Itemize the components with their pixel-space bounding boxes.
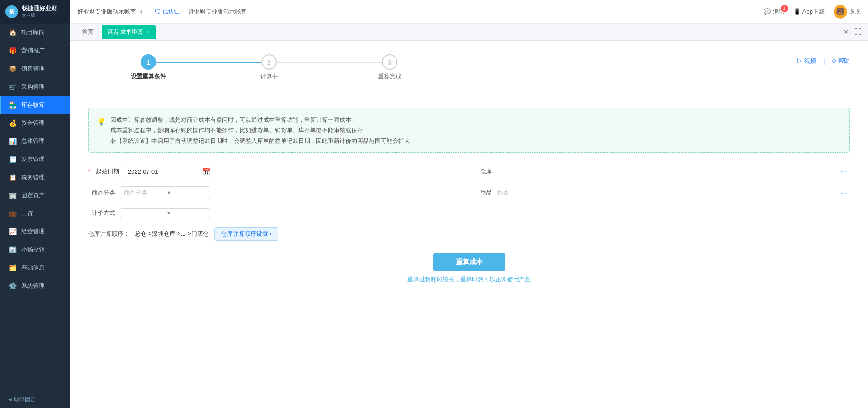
avatar: 🐻: [834, 5, 847, 19]
step-2-line: [269, 62, 390, 63]
action-section: 重算成本 重算过程耗时较长，重算时您可以正常使用产品: [88, 253, 850, 284]
sidebar-unpin-button[interactable]: ◄ 取消固定: [0, 391, 70, 408]
tab-home[interactable]: 首页: [75, 25, 100, 39]
warehouse-select-btn[interactable]: ···: [838, 166, 850, 177]
basic-icon: 🗂️: [9, 264, 17, 271]
invoice-icon: 🧾: [9, 156, 17, 163]
start-date-input[interactable]: [128, 168, 200, 175]
expand-icon[interactable]: ⛶: [854, 27, 863, 37]
sidebar-item-operation[interactable]: 📈 经营管理: [0, 223, 70, 241]
steps-help: ▷ 视频 | ⊙ 帮助: [797, 54, 850, 65]
topbar-right: 💬 消息 1 📱 App下载 🐻 珠珠: [764, 5, 861, 19]
pricing-select[interactable]: ▼: [120, 208, 210, 218]
start-date-group: * 起始日期 📅: [88, 166, 465, 177]
sidebar-item-salary[interactable]: 💼 工资: [0, 204, 70, 223]
step-3-label: 重算完成: [378, 72, 401, 81]
account-selector[interactable]: 好业财专业版演示帐套 ▼: [77, 8, 144, 16]
sidebar-item-project[interactable]: 🏠 项目顾问: [0, 24, 70, 42]
step-1-label: 设置重算条件: [131, 72, 166, 81]
messages-button[interactable]: 💬 消息 1: [764, 8, 784, 16]
step-2-circle: 2: [261, 54, 277, 70]
calendar-icon[interactable]: 📅: [203, 168, 210, 175]
sidebar-item-invoice[interactable]: 🧾 发票管理: [0, 150, 70, 168]
warehouse-order-label: 仓库计算顺序：: [88, 230, 129, 238]
start-date-label: 起始日期: [96, 167, 119, 176]
sidebar-item-assets[interactable]: 🏢 固定资产: [0, 186, 70, 204]
sidebar-item-inventory[interactable]: 🏪 库存核算: [0, 96, 70, 114]
accounting-icon: 📊: [9, 138, 17, 145]
salary-icon: 💼: [9, 210, 17, 217]
sidebar-item-tax[interactable]: 📋 税务管理: [0, 168, 70, 186]
app-logo: 畅: [5, 5, 18, 18]
steps-container: 1 设置重算条件 2 计算中 3: [88, 54, 450, 81]
tabbar: 首页 商品成本重算 × ✕ ⛶: [70, 24, 868, 41]
goods-placeholder: 商品: [496, 189, 833, 197]
purchase-icon: 🛒: [9, 83, 17, 90]
app-name: 畅捷通好业财: [22, 5, 57, 12]
company-name: 好业财专业版演示帐套: [188, 8, 247, 15]
pricing-chevron-icon: ▼: [166, 210, 206, 216]
operation-icon: 📈: [9, 228, 17, 235]
sidebar-item-accounting[interactable]: 📊 总账管理: [0, 132, 70, 150]
step-1-circle: 1: [141, 54, 156, 70]
shield-icon: 🛡: [155, 8, 161, 15]
goods-label: 商品: [474, 189, 492, 197]
project-icon: 🏠: [9, 29, 17, 36]
start-date-input-wrapper[interactable]: 📅: [124, 166, 214, 177]
user-avatar-button[interactable]: 🐻 珠珠: [834, 5, 861, 19]
verified-badge: 🛡 已认证: [155, 8, 179, 15]
sidebar: 畅 畅捷通好业财 专业版 🏠 项目顾问 🎁 营销推广 📦 销售管理 🛒 采购管理…: [0, 0, 70, 408]
category-group: 商品分类 商品分类 ▼: [88, 186, 465, 199]
close-window-icon[interactable]: ✕: [842, 27, 850, 37]
sidebar-item-basic[interactable]: 🗂️ 基础信息: [0, 259, 70, 277]
form-row-2: 商品分类 商品分类 ▼ 商品 商品 ···: [88, 186, 850, 199]
step-1-line: [148, 62, 269, 63]
step-3-circle: 3: [382, 54, 397, 70]
step-2-label: 计算中: [260, 72, 278, 81]
warehouse-group: 仓库 ···: [474, 166, 850, 177]
sidebar-item-system[interactable]: ⚙️ 系统管理: [0, 277, 70, 295]
phone-icon: 📱: [793, 8, 801, 15]
info-line-2: 成本重算过程中，影响库存账的操作均不能操作，比如进货单、销货单、库存单据不能审核…: [110, 125, 410, 135]
recalc-button[interactable]: 重算成本: [433, 253, 505, 271]
sidebar-item-sales[interactable]: 📦 销售管理: [0, 60, 70, 78]
warehouse-label: 仓库: [474, 167, 492, 176]
marketing-icon: 🎁: [9, 47, 17, 54]
sidebar-item-expense[interactable]: 🔄 小畅报销: [0, 241, 70, 259]
help-link[interactable]: ⊙ 帮助: [832, 57, 850, 65]
goods-select-btn[interactable]: ···: [838, 187, 850, 199]
category-select[interactable]: 商品分类 ▼: [120, 186, 210, 199]
info-line-3: 若【系统设置】中启用了自动调整记账日期时，会调整入库单的整单记账日期，因此重新计…: [110, 136, 410, 146]
app-download-button[interactable]: 📱 App下载: [793, 8, 825, 16]
sidebar-item-marketing[interactable]: 🎁 营销推广: [0, 42, 70, 60]
warehouse-order-row: 仓库计算顺序： 总仓->深圳仓库->...->门店仓 仓库计算顺序设置 ›: [88, 227, 850, 241]
category-label: 商品分类: [88, 189, 115, 197]
step-2: 2 计算中: [209, 54, 330, 81]
tax-icon: 📋: [9, 174, 17, 181]
sales-icon: 📦: [9, 65, 17, 72]
video-link[interactable]: ▷ 视频: [797, 57, 816, 65]
warehouse-order-settings-btn[interactable]: 仓库计算顺序设置 ›: [214, 227, 278, 241]
required-star: *: [88, 168, 90, 175]
content-area: 1 设置重算条件 2 计算中 3: [70, 41, 868, 408]
info-box: 💡 因成本计算参数调整，或是对商品成本有疑问时，可以通过成本重算功能，重新计算一…: [88, 108, 850, 153]
bulb-icon: 💡: [97, 115, 106, 146]
form-row-1: * 起始日期 📅 仓库 ···: [88, 166, 850, 177]
form-row-3: 计价方式 ▼: [88, 208, 850, 218]
form-section: * 起始日期 📅 仓库 ··· 商品分类: [88, 166, 850, 218]
sidebar-header: 畅 畅捷通好业财 专业版: [0, 0, 70, 24]
step-3: 3 重算完成: [329, 54, 450, 81]
finance-icon: 💰: [9, 119, 17, 127]
topbar: 好业财专业版演示帐套 ▼ 🛡 已认证 好业财专业版演示帐套 💬 消息 1 📱 A…: [70, 0, 868, 24]
tab-recalc[interactable]: 商品成本重算 ×: [102, 25, 156, 39]
category-chevron-icon: ▼: [166, 190, 206, 195]
sidebar-item-purchase[interactable]: 🛒 采购管理: [0, 78, 70, 96]
warehouse-order-value: 总仓->深圳仓库->...->门店仓: [135, 230, 209, 238]
tab-close-icon[interactable]: ×: [146, 29, 149, 35]
expense-icon: 🔄: [9, 246, 17, 253]
inventory-icon: 🏪: [9, 101, 17, 109]
sidebar-item-finance[interactable]: 💰 资金管理: [0, 114, 70, 132]
pricing-group: 计价方式 ▼: [88, 208, 465, 218]
step-1: 1 设置重算条件: [88, 54, 209, 81]
recalc-hint: 重算过程耗时较长，重算时您可以正常使用产品: [407, 275, 531, 284]
